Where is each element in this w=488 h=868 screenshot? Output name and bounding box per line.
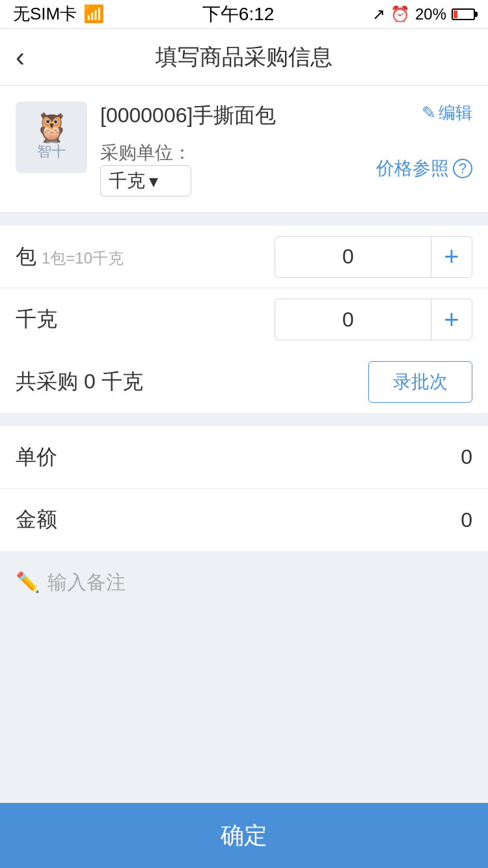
- bag-label: 包1包=10千克: [16, 243, 275, 271]
- kg-label: 千克: [16, 305, 275, 334]
- bag-input-row: 包1包=10千克 +: [0, 226, 488, 288]
- bag-sublabel: 1包=10千克: [42, 249, 124, 267]
- back-button[interactable]: ‹: [16, 44, 25, 71]
- page-title: 填写商品采购信息: [156, 42, 332, 72]
- kg-plus-button[interactable]: +: [431, 299, 472, 340]
- section-divider-1: [0, 213, 488, 226]
- section-divider-2: [0, 413, 488, 426]
- note-placeholder-text: 输入备注: [47, 569, 126, 596]
- kg-input-row: 千克 +: [0, 288, 488, 351]
- spacer: [0, 709, 488, 803]
- battery-icon: [452, 8, 475, 20]
- product-info: [0000006]手撕面包 ✎ 编辑 采购单位： 千克 ▾ 价格参照 ?: [100, 102, 472, 197]
- bag-input-control: +: [275, 236, 472, 278]
- unit-price-value: 0: [461, 445, 472, 469]
- status-right: ↗ ⏰ 20%: [372, 5, 475, 23]
- unit-row: 采购单位： 千克 ▾ 价格参照 ?: [100, 141, 472, 197]
- status-bar: 无SIM卡 📶 下午6:12 ↗ ⏰ 20%: [0, 0, 488, 29]
- unit-price-label: 单价: [16, 443, 57, 472]
- unit-label: 采购单位：: [100, 142, 191, 163]
- battery-percent: 20%: [415, 5, 446, 23]
- edit-button[interactable]: ✎ 编辑: [422, 102, 472, 124]
- price-ref-label: 价格参照: [376, 156, 449, 181]
- unit-select[interactable]: 千克 ▾: [100, 165, 191, 197]
- status-left: 无SIM卡 📶: [13, 3, 104, 25]
- product-thumb-icon: 🦉: [34, 113, 70, 142]
- bag-quantity-input[interactable]: [275, 236, 431, 278]
- unit-control: 采购单位： 千克 ▾: [100, 141, 191, 197]
- note-section[interactable]: ✏️ 输入备注: [0, 551, 488, 709]
- note-pencil-icon: ✏️: [16, 571, 40, 593]
- unit-chevron-icon: ▾: [149, 170, 158, 192]
- product-name: [0000006]手撕面包: [100, 102, 276, 130]
- confirm-label: 确定: [221, 820, 267, 852]
- wifi-icon: 📶: [83, 4, 104, 24]
- product-card: 🦉 智十 [0000006]手撕面包 ✎ 编辑 采购单位： 千克 ▾: [0, 86, 488, 213]
- amount-label: 金额: [16, 506, 57, 534]
- edit-icon: ✎: [422, 103, 436, 123]
- price-section: 单价 0 金额 0: [0, 426, 488, 551]
- price-ref-button[interactable]: 价格参照 ?: [376, 156, 472, 181]
- product-thumb-label: 智十: [37, 142, 66, 161]
- summary-row: 共采购 0 千克 录批次: [0, 351, 488, 413]
- kg-input-control: +: [275, 299, 472, 340]
- unit-price-row: 单价 0: [0, 426, 488, 489]
- product-name-row: [0000006]手撕面包 ✎ 编辑: [100, 102, 472, 130]
- confirm-button[interactable]: 确定: [0, 803, 488, 868]
- location-icon: ↗: [372, 5, 385, 23]
- main-content: 🦉 智十 [0000006]手撕面包 ✎ 编辑 采购单位： 千克 ▾: [0, 86, 488, 803]
- price-ref-question-icon: ?: [453, 159, 472, 178]
- amount-row: 金额 0: [0, 489, 488, 551]
- bag-plus-button[interactable]: +: [431, 236, 472, 278]
- summary-text: 共采购 0 千克: [16, 368, 143, 396]
- unit-value: 千克: [109, 169, 145, 193]
- kg-quantity-input[interactable]: [275, 299, 431, 340]
- alarm-icon: ⏰: [390, 5, 410, 23]
- quantity-section: 包1包=10千克 + 千克 +: [0, 226, 488, 351]
- amount-value: 0: [461, 508, 472, 532]
- carrier-text: 无SIM卡: [13, 3, 77, 25]
- edit-label: 编辑: [439, 102, 472, 124]
- status-time: 下午6:12: [202, 2, 275, 27]
- batch-button[interactable]: 录批次: [368, 361, 472, 403]
- nav-bar: ‹ 填写商品采购信息: [0, 29, 488, 86]
- product-thumbnail: 🦉 智十: [16, 102, 87, 173]
